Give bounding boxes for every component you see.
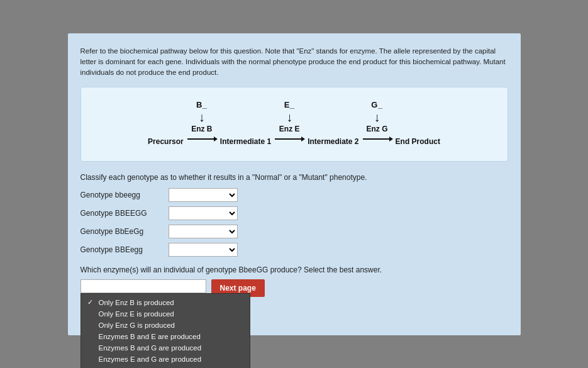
svg-marker-1: [214, 137, 218, 142]
down-arrow-g: ↓: [374, 111, 380, 123]
dropdown-item-1[interactable]: ✓ Only Enz B is produced: [81, 296, 250, 308]
genotype-label-4: Genotype BBEegg: [80, 245, 162, 254]
down-arrow-e: ↓: [286, 111, 292, 123]
genotype-select-1[interactable]: Normal Mutant: [169, 188, 238, 202]
classify-section: Classify each genotype as to whether it …: [80, 173, 508, 257]
dropdown-item-2[interactable]: Only Enz E is produced: [81, 308, 250, 320]
dropdown-item-4[interactable]: Enzymes B and E are produced: [81, 331, 250, 342]
enzyme-input-g: G_: [371, 100, 382, 109]
bottom-row: ✓ Only Enz B is produced Only Enz E is p…: [80, 279, 508, 297]
checkmark-1: ✓: [87, 298, 95, 306]
enzyme-answer-input[interactable]: [80, 279, 206, 293]
down-arrow-b: ↓: [199, 111, 205, 123]
genotype-select-3[interactable]: Normal Mutant: [169, 225, 238, 238]
right-arrow-1: [186, 133, 218, 145]
dropdown-item-3[interactable]: Only Enz G is produced: [81, 320, 250, 331]
genotype-label-3: Genotype BbEeGg: [80, 227, 162, 236]
enzyme-label-g: Enz G: [367, 125, 388, 133]
enzyme-answer-wrapper: ✓ Only Enz B is produced Only Enz E is p…: [80, 279, 206, 293]
genotype-label-2: Genotype BBEEGG: [80, 209, 162, 218]
classify-title: Classify each genotype as to whether it …: [80, 173, 508, 182]
enzyme-label-e: Enz E: [279, 125, 300, 133]
node-intermediate1: Intermediate 1: [220, 137, 271, 146]
enzyme-answer-row: [80, 279, 206, 293]
genotype-row-4: Genotype BBEegg Normal Mutant: [80, 243, 508, 257]
dropdown-item-7[interactable]: Enzymes B, E, and G are produced: [81, 365, 250, 368]
genotype-select-4[interactable]: Normal Mutant: [169, 243, 238, 257]
enzyme-dropdown-menu: ✓ Only Enz B is produced Only Enz E is p…: [80, 293, 250, 368]
enzyme-input-b: B_: [196, 100, 208, 109]
dropdown-item-5[interactable]: Enzymes B and G are produced: [81, 342, 250, 354]
node-end-product: End Product: [396, 137, 440, 146]
node-intermediate2: Intermediate 2: [308, 137, 358, 146]
main-container: Refer to the biochemical pathway below f…: [68, 33, 521, 335]
svg-marker-3: [301, 137, 305, 142]
enzyme-input-e: E_: [284, 100, 295, 109]
genotype-row-2: Genotype BBEEGG Normal Mutant: [80, 206, 508, 220]
pathway-box: Precursor B_ ↓ Enz B Intermediate 1: [80, 87, 508, 162]
enzyme-question-text: Which enzyme(s) will an individual of ge…: [80, 265, 508, 274]
genotype-select-2[interactable]: Normal Mutant: [169, 206, 238, 220]
node-precursor: Precursor: [148, 137, 184, 146]
genotype-row-3: Genotype BbEeGg Normal Mutant: [80, 225, 508, 238]
dropdown-item-6[interactable]: Enzymes E and G are produced: [81, 354, 250, 365]
enzyme-label-b: Enz B: [191, 125, 212, 133]
genotype-label-1: Genotype bbeegg: [80, 191, 162, 199]
svg-marker-5: [389, 137, 393, 142]
genotype-row-1: Genotype bbeegg Normal Mutant: [80, 188, 508, 202]
intro-text: Refer to the biochemical pathway below f…: [80, 46, 508, 79]
right-arrow-2: [274, 133, 305, 145]
right-arrow-3: [362, 133, 393, 145]
